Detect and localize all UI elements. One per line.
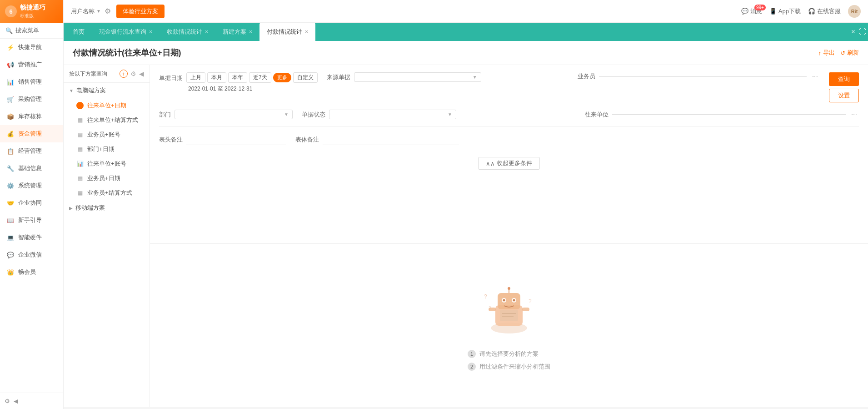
dept-select[interactable]: ▼ [175,110,293,119]
voucher-date-label: 单据日期 [159,72,183,82]
topbar-gear-btn[interactable]: ⚙ [105,7,111,15]
settings-btn[interactable]: 设置 [829,89,859,102]
tab-fullscreen-btn[interactable]: ⛶ [859,28,866,36]
scheme-settings-btn[interactable]: ⚙ [130,70,136,77]
scheme-group-desktop-header[interactable]: ▼ 电脑端方案 [64,83,150,98]
scheme-item-counterparty-settlement[interactable]: ▦ 往来单位+结算方式 [64,113,150,127]
enterprise-icon: 🤝 [6,199,15,207]
online-service-btn[interactable]: 🎧 在线客服 [808,7,841,15]
sidebar-search[interactable]: 🔍 搜索菜单 [0,23,63,39]
sidebar-item-wechat[interactable]: 💬 企业微信 [0,246,63,263]
counterparty-more-btn[interactable]: ··· [849,111,859,119]
tab-home[interactable]: 首页 [65,23,92,41]
date-btn-last-7-days[interactable]: 近7天 [249,72,271,83]
purchase-icon: 🛒 [6,95,15,103]
page-content: 付款情况统计(往来单位+日期) ↑ 导出 ↺ 刷新 按以下方案查询 + [64,41,868,409]
scheme-item-table-icon-1: ▦ [76,116,84,124]
sidebar-footer: ⚙ ◀ [0,393,63,409]
scheme-item-dept-date[interactable]: ▦ 部门+日期 [64,142,150,157]
scheme-add-btn[interactable]: + [120,70,128,78]
svg-text:?: ? [484,293,487,300]
source-voucher-select[interactable]: ▼ [354,72,481,82]
sidebar-nav: ⚡ 快捷导航 📢 营销推广 📊 销售管理 🛒 采购管理 📦 库存核算 💰 资金管… [0,39,63,393]
scheme-item-counterparty-date[interactable]: 往来单位+日期 [64,98,150,113]
tab-bank-close[interactable]: × [149,29,152,35]
page-header: 付款情况统计(往来单位+日期) ↑ 导出 ↺ 刷新 [64,41,868,65]
sidebar-item-capital[interactable]: 💰 资金管理 [0,125,63,142]
tab-receipt-close[interactable]: × [205,29,208,35]
export-btn[interactable]: ↑ 导出 [818,49,835,57]
robot-svg: ? ? ? [479,280,539,339]
footer-collapse-btn[interactable]: ◀ [14,398,18,404]
sidebar-item-inventory[interactable]: 📦 库存核算 [0,108,63,125]
sidebar-item-operation[interactable]: 📋 经营管理 [0,142,63,160]
source-voucher-group: 来源单据 ▼ [327,72,569,82]
salesperson-more-btn[interactable]: ··· [810,72,820,81]
tab-payment[interactable]: 付款情况统计 × [259,23,315,41]
query-button-group: 查询 设置 [829,72,859,102]
scheme-collapse-btn[interactable]: ◀ [139,70,144,77]
tab-receipt[interactable]: 收款情况统计 × [160,23,215,41]
sidebar-item-member[interactable]: 👑 畅会员 [0,263,63,281]
topbar-right: 💬 消息 99+ 📱 App下载 🎧 在线客服 Rit [741,5,861,18]
user-avatar[interactable]: Rit [848,5,861,18]
date-range-input[interactable] [186,85,268,93]
page-title: 付款情况统计(往来单位+日期) [73,47,181,58]
sidebar-item-basic[interactable]: 🔧 基础信息 [0,160,63,177]
operation-icon: 📋 [6,147,15,155]
logo-icon: 6 [5,5,17,18]
salesperson-label: 业务员 [578,72,595,81]
empty-hints: 1 请先选择要分析的方案 2 用过滤条件来缩小分析范围 [468,350,550,371]
hint-num-2: 2 [468,363,476,371]
source-voucher-label: 来源单据 [327,73,350,81]
date-btn-more[interactable]: 更多 [273,73,291,82]
date-btn-custom[interactable]: 自定义 [293,72,318,83]
desktop-group-arrow: ▼ [69,88,74,93]
sidebar-item-sales[interactable]: 📊 销售管理 [0,73,63,91]
main-area: 用户名称 ▼ ⚙ 体验行业方案 💬 消息 99+ 📱 App下载 🎧 在线客服 … [64,0,868,409]
voucher-status-label: 单据状态 [302,111,325,119]
refresh-btn[interactable]: ↺ 刷新 [840,49,859,57]
notice-btn[interactable]: 💬 消息 99+ [741,7,762,15]
topbar-profile[interactable]: 用户名称 ▼ [71,7,101,15]
date-btn-last-month[interactable]: 上月 [186,72,205,83]
collapse-more-btn[interactable]: ∧∧ 收起更多条件 [478,157,540,170]
sidebar-item-marketing[interactable]: 📢 营销推广 [0,56,63,73]
tab-close-all-btn[interactable]: × [851,28,855,36]
voucher-status-select[interactable]: ▼ [329,110,456,119]
scheme-item-table-icon-5: ▦ [76,189,84,197]
trial-btn[interactable]: 体验行业方案 [116,5,165,18]
query-btn[interactable]: 查询 [829,72,859,86]
hardware-icon: 💻 [6,233,15,242]
tab-bank[interactable]: 现金银行流水查询 × [92,23,160,41]
tabs-bar: 首页 现金银行流水查询 × 收款情况统计 × 新建方案 × 付款情况统计 × ×… [64,23,868,41]
svg-rect-12 [522,308,529,311]
sidebar-item-hardware[interactable]: 💻 智能硬件 [0,229,63,246]
table-header-note-group: 表头备注 [159,134,286,145]
table-body-note-input[interactable] [323,134,459,145]
scheme-group-mobile-header[interactable]: ▶ 移动端方案 [64,200,150,216]
sidebar-item-quicknav[interactable]: ⚡ 快捷导航 [0,39,63,56]
date-btn-this-month[interactable]: 本月 [207,72,226,83]
app-download-btn[interactable]: 📱 App下载 [769,7,801,15]
scheme-item-salesperson-date[interactable]: ▦ 业务员+日期 [64,171,150,186]
footer-settings-btn[interactable]: ⚙ [5,398,10,404]
tab-payment-close[interactable]: × [305,29,308,35]
voucher-status-arrow: ▼ [448,112,452,117]
notice-badge: 99+ [754,5,766,10]
scheme-panel: 按以下方案查询 + ⚙ ◀ ▼ 电脑端方案 [64,65,150,407]
sidebar-item-guide[interactable]: 📖 新手引导 [0,212,63,229]
topbar: 用户名称 ▼ ⚙ 体验行业方案 💬 消息 99+ 📱 App下载 🎧 在线客服 … [64,0,868,23]
tab-new-scheme[interactable]: 新建方案 × [215,23,259,41]
sidebar-item-system[interactable]: ⚙️ 系统管理 [0,177,63,194]
scheme-item-salesperson-account[interactable]: ▦ 业务员+账号 [64,127,150,142]
mobile-group-arrow: ▶ [69,206,73,211]
scheme-item-salesperson-settlement[interactable]: ▦ 业务员+结算方式 [64,186,150,200]
sidebar-item-enterprise[interactable]: 🤝 企业协同 [0,194,63,212]
sidebar-item-purchase[interactable]: 🛒 采购管理 [0,91,63,108]
scheme-item-counterparty-account[interactable]: 📊 往来单位+账号 [64,157,150,171]
tab-new-scheme-close[interactable]: × [249,29,252,35]
member-icon: 👑 [6,268,15,276]
date-btn-this-year[interactable]: 本年 [228,72,247,83]
table-header-note-input[interactable] [186,134,286,145]
